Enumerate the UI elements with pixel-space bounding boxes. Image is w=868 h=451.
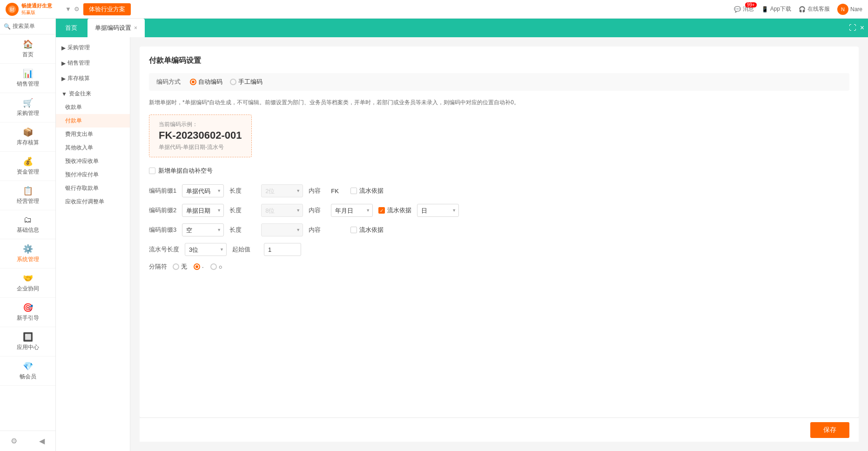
sep-none-dot xyxy=(173,263,179,270)
preview-code: FK-20230602-001 xyxy=(159,129,242,141)
tab-maximize-icon[interactable]: ⛶ xyxy=(849,24,856,32)
tab-close-icon[interactable]: × xyxy=(134,25,137,31)
manual-encode-radio[interactable]: 手工编码 xyxy=(230,78,262,86)
sidebar-item-inventory[interactable]: 📦 库存核算 xyxy=(0,122,55,152)
nav-dropdown[interactable]: ▼ ⚙ xyxy=(65,6,80,13)
user-avatar[interactable]: N Nare xyxy=(837,4,862,15)
nav-item-bank-deposit[interactable]: 银行存取款单 xyxy=(56,182,130,195)
trial-button[interactable]: 体验行业方案 xyxy=(83,3,131,15)
sidebar-item-system[interactable]: ⚙️ 系统管理 xyxy=(0,239,55,269)
separator-label: 分隔符 xyxy=(149,263,167,271)
separator-row: 分隔符 无 · ○ xyxy=(149,263,849,271)
sidebar-item-member[interactable]: 💎 畅会员 xyxy=(0,357,55,386)
prefix3-row: 编码前缀3 空 单据代码 部门 业务员 自定义 长度 xyxy=(149,223,849,236)
separator-circle-radio[interactable]: ○ xyxy=(210,263,222,270)
prefix2-stream-checkbox[interactable]: 流水依据 xyxy=(378,206,411,215)
nav-item-other-income[interactable]: 其他收入单 xyxy=(56,141,130,155)
settings-bottom-icon[interactable]: ⚙ xyxy=(7,435,21,447)
main-area: 首页 单据编码设置 × ⛶ × ▶ 采购管理 xyxy=(56,19,868,451)
system-icon: ⚙️ xyxy=(23,244,33,254)
nav-item-ar-ap-adj[interactable]: 应收应付调整单 xyxy=(56,195,130,209)
top-bar: 财 畅捷通好生意 拓赢版 ▼ ⚙ 体验行业方案 💬 消息 99+ 📱 App下载… xyxy=(0,0,868,19)
second-nav: ▶ 采购管理 ▶ 销售管理 ▶ 库存核算 xyxy=(56,37,130,451)
auto-fill-checkbox-row[interactable]: 新增单据自动补空号 xyxy=(149,167,849,175)
nav-group-sales: ▶ 销售管理 xyxy=(56,56,130,70)
nav-group-inventory-title[interactable]: ▶ 库存核算 xyxy=(56,72,130,85)
tab-close-window-icon[interactable]: × xyxy=(860,24,864,32)
prefix2-row: 编码前缀2 单据日期 单据代码 部门 业务员 自定义 空 长度 xyxy=(149,204,849,217)
encode-method-row: 编码方式 自动编码 手工编码 xyxy=(149,73,849,91)
page-title: 付款单编码设置 xyxy=(149,56,849,66)
prefix2-stream-unit-wrapper: 日 月 年 xyxy=(417,204,459,217)
sidebar-item-enterprise[interactable]: 🤝 企业协同 xyxy=(0,269,55,298)
sidebar-item-apps[interactable]: 🔲 应用中心 xyxy=(0,327,55,357)
nav-expand-sales-icon: ▶ xyxy=(61,60,66,67)
separator-none-radio[interactable]: 无 xyxy=(173,263,187,271)
nav-item-advance-pay[interactable]: 预付冲应付单 xyxy=(56,168,130,182)
search-icon: 🔍 xyxy=(4,23,11,30)
search-menu[interactable]: 🔍 搜索菜单 xyxy=(0,19,55,34)
prefix2-select-wrapper: 单据日期 单据代码 部门 业务员 自定义 空 xyxy=(182,204,224,217)
sidebar-item-purchase[interactable]: 🛒 采购管理 xyxy=(0,93,55,122)
preview-desc: 单据代码-单据日期-流水号 xyxy=(159,143,242,151)
sidebar-bottom: ⚙ ◀ xyxy=(0,431,55,451)
sidebar-item-guide[interactable]: 🎯 新手引导 xyxy=(0,298,55,327)
info-text: 新增单据时，*单据编码*自动生成，不可编辑。前缀设置为部门、业务员等档案类，开单… xyxy=(149,98,849,107)
prefix1-length-select[interactable]: 2位 xyxy=(261,184,303,197)
nav-group-sales-title[interactable]: ▶ 销售管理 xyxy=(56,56,130,70)
prefix3-length-select[interactable] xyxy=(261,223,303,236)
app-download-button[interactable]: 📱 App下载 xyxy=(761,5,791,13)
sidebar-item-finance[interactable]: 💰 资金管理 xyxy=(0,152,55,181)
prefix3-length-select-wrapper xyxy=(261,223,303,236)
prefix2-length-select[interactable]: 8位 xyxy=(261,204,303,217)
message-badge: 99+ xyxy=(745,2,757,7)
serial-start-label: 起始值 xyxy=(232,245,258,254)
serial-start-input[interactable] xyxy=(264,243,301,256)
serial-length-select-wrapper: 3位 4位 5位 6位 xyxy=(185,243,227,256)
finance-icon: 💰 xyxy=(23,156,33,167)
inventory-icon: 📦 xyxy=(23,127,33,137)
layout: 🔍 搜索菜单 🏠 首页 📊 销售管理 🛒 采购管理 📦 库存核算 💰 资金管理 … xyxy=(0,19,868,451)
sidebar-item-operation[interactable]: 📋 经营管理 xyxy=(0,181,55,210)
sidebar-item-home[interactable]: 🏠 首页 xyxy=(0,34,55,64)
logo-text: 畅捷通好生意 拓赢版 xyxy=(21,2,52,16)
home-icon: 🏠 xyxy=(23,39,33,49)
nav-group-fund-title[interactable]: ▼ 资金往来 xyxy=(56,87,130,101)
tab-home[interactable]: 首页 xyxy=(56,19,87,37)
nav-item-receipt[interactable]: 收款单 xyxy=(56,101,130,114)
message-button[interactable]: 💬 消息 99+ xyxy=(734,5,754,13)
prefix1-content-value: FK xyxy=(331,188,345,195)
auto-fill-checkbox[interactable] xyxy=(149,168,155,174)
nav-expand-purchase-icon: ▶ xyxy=(61,45,66,51)
top-bar-left: 财 畅捷通好生意 拓赢版 ▼ ⚙ 体验行业方案 xyxy=(6,2,131,16)
nav-group-purchase: ▶ 采购管理 xyxy=(56,41,130,54)
collapse-icon[interactable]: ◀ xyxy=(35,435,48,447)
serial-length-select[interactable]: 3位 4位 5位 6位 xyxy=(185,243,227,256)
nav-expand-fund-icon: ▼ xyxy=(61,91,67,97)
nav-item-advance-recv[interactable]: 预收冲应收单 xyxy=(56,155,130,168)
gear-icon[interactable]: ⚙ xyxy=(74,6,80,13)
save-button[interactable]: 保存 xyxy=(810,422,849,438)
separator-dot-radio[interactable]: · xyxy=(194,263,204,270)
prefix1-select[interactable]: 单据代码 部门 业务员 自定义 空 xyxy=(182,184,224,197)
tab-encoding-settings[interactable]: 单据编码设置 × xyxy=(87,19,145,37)
svg-text:财: 财 xyxy=(10,7,14,12)
online-service-button[interactable]: 🎧 在线客服 xyxy=(799,5,830,13)
sidebar: 🔍 搜索菜单 🏠 首页 📊 销售管理 🛒 采购管理 📦 库存核算 💰 资金管理 … xyxy=(0,19,56,451)
nav-item-expense[interactable]: 费用支出单 xyxy=(56,128,130,141)
prefix2-stream-unit-select[interactable]: 日 月 年 xyxy=(417,204,459,217)
prefix1-stream-checkbox[interactable]: 流水依据 xyxy=(350,187,384,195)
prefix3-label: 编码前缀3 xyxy=(149,226,176,234)
prefix2-content-select[interactable]: 年月日 年月 年 xyxy=(331,204,373,217)
auto-encode-radio[interactable]: 自动编码 xyxy=(190,78,222,86)
top-bar-right: 💬 消息 99+ 📱 App下载 🎧 在线客服 N Nare xyxy=(734,4,862,15)
nav-item-payment[interactable]: 付款单 xyxy=(56,114,130,128)
enterprise-icon: 🤝 xyxy=(23,273,33,283)
nav-group-purchase-title[interactable]: ▶ 采购管理 xyxy=(56,41,130,54)
prefix3-stream-checkbox[interactable]: 流水依据 xyxy=(350,226,384,234)
prefix2-select[interactable]: 单据日期 单据代码 部门 业务员 自定义 空 xyxy=(182,204,224,217)
sidebar-item-base[interactable]: 🗂 基础信息 xyxy=(0,210,55,239)
prefix3-select[interactable]: 空 单据代码 部门 业务员 自定义 xyxy=(182,223,224,236)
sidebar-item-sales[interactable]: 📊 销售管理 xyxy=(0,64,55,93)
prefix1-content-label: 内容 xyxy=(309,187,325,195)
